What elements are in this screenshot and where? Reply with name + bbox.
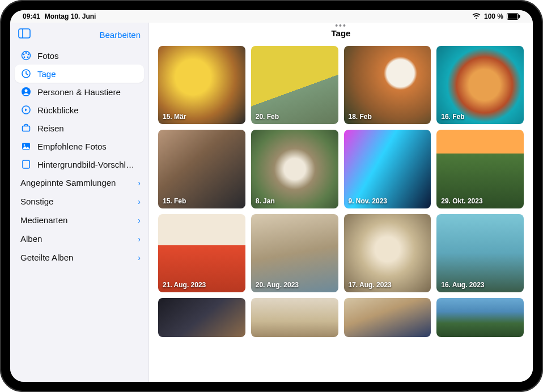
svg-point-17	[24, 144, 26, 146]
day-tile[interactable]	[251, 298, 338, 337]
ipad-frame: 09:41 Montag 10. Juni 100 %	[0, 0, 543, 392]
sidebar-group-sonstige[interactable]: Sonstige ›	[10, 192, 149, 211]
tile-date: 9. Nov. 2023	[349, 197, 387, 205]
suitcase-icon	[20, 123, 32, 133]
person-icon	[20, 87, 32, 97]
sidebar-item-label: Tage	[37, 69, 138, 79]
day-tile[interactable]: 16. Aug. 2023	[436, 214, 524, 292]
battery-icon	[507, 13, 520, 20]
content-header: ••• Tage	[149, 23, 533, 46]
clock-icon	[20, 69, 32, 79]
svg-rect-3	[19, 29, 30, 38]
edit-button[interactable]: Bearbeiten	[99, 30, 141, 40]
day-tile[interactable]: 9. Nov. 2023	[344, 130, 431, 208]
status-right: 100 %	[472, 12, 520, 20]
svg-point-6	[26, 52, 27, 54]
sidebar-item-tage[interactable]: Tage	[15, 65, 144, 83]
tile-date: 8. Jan	[256, 197, 275, 205]
day-tile[interactable]: 29. Okt. 2023	[436, 130, 524, 208]
sidebar-group-label: Medienarten	[20, 215, 67, 225]
day-tile[interactable]	[344, 298, 431, 337]
sidebar-group-label: Alben	[20, 234, 42, 244]
day-tile[interactable]: 16. Feb	[436, 46, 524, 124]
day-tile[interactable]: 15. Mär	[158, 46, 245, 124]
days-grid[interactable]: 15. Mär 20. Feb 18. Feb 16. Feb 15. Feb …	[149, 46, 533, 382]
sidebar-group-label: Geteilte Alben	[20, 253, 73, 262]
status-time: 09:41	[23, 12, 40, 20]
svg-rect-15	[23, 126, 30, 131]
tile-date: 15. Feb	[163, 197, 186, 205]
tile-date: 20. Aug. 2023	[256, 281, 299, 289]
sidebar-item-fotos[interactable]: Fotos	[15, 46, 144, 65]
wallpaper-icon	[20, 159, 32, 169]
sidebar-group-alben[interactable]: Alben ›	[10, 229, 149, 248]
battery-percent: 100 %	[484, 12, 503, 20]
app-body: Bearbeiten Fotos Tage	[10, 23, 533, 382]
sidebar-item-label: Fotos	[37, 51, 138, 61]
sidebar-group-angepinnte[interactable]: Angepinnte Sammlungen ›	[10, 173, 149, 192]
tile-date: 17. Aug. 2023	[349, 281, 392, 289]
day-tile[interactable]: 17. Aug. 2023	[344, 214, 431, 292]
sidebar-group-label: Angepinnte Sammlungen	[20, 178, 116, 188]
tile-date: 16. Aug. 2023	[441, 281, 484, 289]
screen: 09:41 Montag 10. Juni 100 %	[10, 10, 533, 382]
featured-icon	[20, 141, 32, 151]
day-tile[interactable]: 21. Aug. 2023	[158, 214, 245, 292]
status-left: 09:41 Montag 10. Juni	[23, 12, 96, 20]
status-bar: 09:41 Montag 10. Juni 100 %	[10, 10, 533, 23]
day-tile[interactable]: 8. Jan	[251, 130, 338, 208]
day-tile[interactable]: 15. Feb	[158, 130, 245, 208]
photo-thumbnail	[344, 298, 431, 337]
chevron-right-icon: ›	[138, 197, 141, 206]
sidebar-group-label: Sonstige	[20, 197, 53, 206]
chevron-right-icon: ›	[138, 178, 141, 188]
sidebar-item-personen[interactable]: Personen & Haustiere	[15, 83, 144, 101]
svg-point-8	[27, 57, 29, 58]
sidebar-toggle-icon[interactable]	[18, 28, 31, 41]
svg-point-7	[28, 54, 29, 56]
photo-thumbnail	[158, 298, 245, 337]
sidebar-item-reisen[interactable]: Reisen	[15, 119, 144, 137]
day-tile[interactable]	[436, 298, 524, 337]
sidebar-item-label: Personen & Haustiere	[37, 87, 138, 97]
sidebar-item-hintergrundbild[interactable]: Hintergrundbild-Vorschläge	[15, 155, 144, 173]
day-tile[interactable]: 20. Feb	[251, 46, 338, 124]
sidebar-list: Fotos Tage Personen & Haustiere	[10, 46, 149, 173]
tile-date: 29. Okt. 2023	[441, 197, 482, 205]
chevron-right-icon: ›	[138, 253, 141, 262]
svg-rect-1	[508, 14, 517, 19]
memories-icon	[20, 105, 32, 115]
day-tile[interactable]	[158, 298, 245, 337]
chevron-right-icon: ›	[138, 216, 141, 225]
photos-icon	[20, 50, 32, 61]
svg-point-9	[24, 57, 26, 58]
photo-thumbnail	[251, 298, 338, 337]
svg-rect-18	[23, 160, 29, 168]
sidebar-top: Bearbeiten	[10, 26, 149, 46]
sidebar-item-empfohlene[interactable]: Empfohlene Fotos	[15, 137, 144, 155]
status-date: Montag 10. Juni	[45, 12, 96, 20]
sidebar-group-medienarten[interactable]: Medienarten ›	[10, 211, 149, 229]
tile-date: 16. Feb	[441, 113, 464, 121]
day-tile[interactable]: 18. Feb	[344, 46, 431, 124]
day-tile[interactable]: 20. Aug. 2023	[251, 214, 338, 292]
sidebar-item-label: Rückblicke	[37, 105, 138, 115]
sidebar-item-rueckblicke[interactable]: Rückblicke	[15, 101, 144, 119]
more-options-icon[interactable]: •••	[335, 23, 347, 28]
svg-point-13	[25, 90, 28, 92]
wifi-icon	[472, 12, 481, 20]
sidebar-item-label: Reisen	[37, 123, 138, 133]
tile-date: 18. Feb	[349, 113, 372, 121]
svg-point-10	[23, 54, 25, 56]
svg-rect-2	[519, 15, 520, 18]
photo-thumbnail	[436, 298, 524, 337]
tile-date: 20. Feb	[256, 113, 279, 121]
tile-date: 21. Aug. 2023	[163, 281, 206, 289]
sidebar-group-geteilte-alben[interactable]: Geteilte Alben ›	[10, 248, 149, 267]
chevron-right-icon: ›	[138, 235, 141, 244]
sidebar-item-label: Empfohlene Fotos	[37, 142, 138, 151]
content: ••• Tage 15. Mär 20. Feb 18. Feb 16. Feb…	[149, 23, 533, 382]
sidebar-item-label: Hintergrundbild-Vorschläge	[37, 160, 138, 169]
tile-date: 15. Mär	[163, 113, 186, 121]
sidebar: Bearbeiten Fotos Tage	[10, 23, 149, 382]
